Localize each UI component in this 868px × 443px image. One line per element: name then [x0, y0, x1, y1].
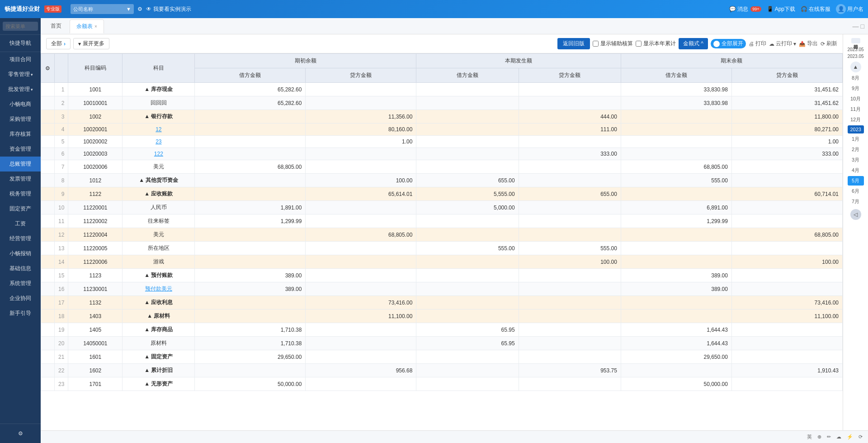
td-code: 10020002: [68, 136, 123, 148]
format-btn[interactable]: 金额式 ^: [679, 38, 708, 49]
expand-all-label: 全部展开: [722, 40, 743, 48]
demo-link[interactable]: 👁 我要看实例演示: [146, 5, 191, 13]
td-name: 回回回: [123, 96, 195, 110]
cloud-icon: ☁: [769, 41, 774, 47]
td-value: [519, 96, 621, 110]
status-edit-btn[interactable]: ✏: [827, 434, 831, 440]
period-month-mar[interactable]: 3月: [848, 155, 864, 165]
th-settings[interactable]: ⚙: [41, 54, 55, 83]
th-opening-debit: 借方金额: [195, 68, 306, 83]
td-name[interactable]: 12: [123, 124, 195, 136]
period-collapse-btn[interactable]: ◁: [850, 209, 861, 220]
period-month-dec[interactable]: 12月: [848, 115, 864, 124]
sidebar-item-guide[interactable]: 新手引导: [0, 306, 41, 321]
sidebar-item-fixed-assets[interactable]: 固定资产: [0, 201, 41, 216]
td-name[interactable]: 122: [123, 148, 195, 160]
td-value: [306, 337, 416, 350]
tab-close-btn[interactable]: ×: [94, 24, 97, 29]
period-month-feb[interactable]: 2月: [848, 145, 864, 154]
search-input[interactable]: [3, 22, 38, 31]
tab-balance[interactable]: 余额表 ×: [70, 19, 104, 33]
period-label: 期间选择: [851, 38, 860, 43]
td-value: [621, 255, 731, 269]
period-month-sep[interactable]: 9月: [848, 84, 864, 93]
period-month-apr[interactable]: 4月: [848, 166, 864, 175]
sidebar-item-payroll[interactable]: 工资: [0, 216, 41, 231]
cloud-print-btn[interactable]: ☁ 云打印 ▾: [769, 40, 796, 48]
show-aux-check-label[interactable]: 显示辅助核算: [593, 40, 633, 48]
period-month-oct[interactable]: 10月: [848, 94, 864, 104]
sidebar-item-ecommerce[interactable]: 小畅电商: [0, 97, 41, 112]
sidebar-item-project[interactable]: 项目合同: [0, 52, 41, 67]
sidebar-item-expense[interactable]: 小畅报销: [0, 246, 41, 261]
sidebar-item-invoice[interactable]: 发票管理: [0, 171, 41, 186]
sidebar-item-capital[interactable]: 资金管理: [0, 142, 41, 157]
period-month-jan[interactable]: 1月: [848, 134, 864, 144]
sidebar-item-label: 经营管理: [9, 235, 31, 243]
sidebar-item-basic-info[interactable]: 基础信息: [0, 261, 41, 276]
td-value: [306, 160, 416, 174]
td-value: 33,830.98: [621, 96, 731, 110]
period-month-aug[interactable]: 8月: [848, 73, 864, 83]
sidebar-item-retail[interactable]: 零售管理 ▾: [0, 67, 41, 82]
sidebar-item-system[interactable]: 系统管理: [0, 276, 41, 291]
sidebar-settings-btn[interactable]: ⚙: [0, 428, 41, 439]
td-name[interactable]: 23: [123, 136, 195, 148]
sidebar-item-label: 零售管理: [8, 71, 30, 78]
expand-more-btn[interactable]: ▾ 展开更多: [73, 38, 109, 49]
status-refresh-btn[interactable]: ⟳: [859, 434, 863, 440]
window-minimize-btn[interactable]: —: [853, 23, 859, 30]
period-month-nov[interactable]: 11月: [848, 105, 864, 114]
td-rownum: 12: [55, 228, 68, 242]
td-value: [306, 201, 416, 214]
sidebar-item-inventory[interactable]: 库存核算: [0, 127, 41, 142]
td-value: 1,710.38: [195, 323, 306, 337]
td-rownum: 1: [55, 83, 68, 96]
period-year-2023[interactable]: 2023: [848, 125, 864, 133]
td-code: 10020003: [68, 148, 123, 160]
all-filter-btn[interactable]: 全部 ›: [46, 38, 71, 49]
sidebar-item-label: 系统管理: [9, 280, 31, 287]
export-btn[interactable]: 📤 导出: [799, 40, 818, 48]
back-period-btn[interactable]: 返回旧版: [557, 38, 590, 49]
print-btn[interactable]: 🖨 打印: [749, 40, 766, 48]
refresh-btn[interactable]: ⟳ 刷新: [821, 40, 837, 48]
td-value: 50,000.00: [195, 377, 306, 391]
show-ytd-check-label[interactable]: 显示本年累计: [636, 40, 676, 48]
gear-icon[interactable]: ⚙: [137, 6, 142, 12]
period-up-btn[interactable]: ▲: [850, 62, 861, 72]
expand-all-toggle[interactable]: 全部展开: [711, 39, 746, 48]
status-lang-btn[interactable]: 英: [807, 433, 812, 440]
td-value: [306, 255, 416, 269]
period-month-jun[interactable]: 6月: [848, 186, 864, 196]
td-value: 389.00: [195, 269, 306, 282]
show-aux-check[interactable]: [593, 41, 599, 47]
window-maximize-btn[interactable]: □: [861, 23, 864, 30]
td-code: 1122: [68, 187, 123, 201]
td-value: [621, 187, 731, 201]
message-btn[interactable]: 💬 消息 99+: [729, 5, 761, 13]
sidebar-item-quick-nav[interactable]: 快捷导航: [0, 37, 41, 50]
period-month-may[interactable]: 5月: [848, 176, 864, 186]
status-cloud-btn[interactable]: ☁: [836, 434, 841, 440]
sidebar-item-purchase[interactable]: 采购管理: [0, 112, 41, 127]
status-add-btn[interactable]: ⊕: [817, 434, 821, 440]
th-opening-credit: 贷方金额: [306, 68, 416, 83]
tab-home[interactable]: 首页: [44, 19, 68, 33]
company-selector[interactable]: 公司名称 ▼: [71, 4, 134, 14]
sidebar-item-wholesale[interactable]: 批发管理 ▾: [0, 82, 41, 97]
sidebar-item-ledger[interactable]: 总账管理: [0, 157, 41, 171]
show-ytd-check[interactable]: [636, 41, 642, 47]
period-month-jul[interactable]: 7月: [848, 197, 864, 206]
sidebar-item-operations[interactable]: 经营管理: [0, 231, 41, 246]
sidebar-item-tax[interactable]: 税务管理: [0, 186, 41, 201]
sidebar-item-collab[interactable]: 企业协同: [0, 291, 41, 306]
online-service-btn[interactable]: 🎧 在线客服: [801, 5, 830, 13]
td-name[interactable]: 预付款美元: [123, 282, 195, 296]
td-rownum: 5: [55, 136, 68, 148]
td-settings: [41, 269, 55, 282]
td-value: [731, 282, 842, 296]
status-lightning-btn[interactable]: ⚡: [847, 434, 853, 440]
app-download-btn[interactable]: 📱 App下载: [767, 5, 795, 13]
user-btn[interactable]: 👤 用户名: [836, 4, 863, 14]
